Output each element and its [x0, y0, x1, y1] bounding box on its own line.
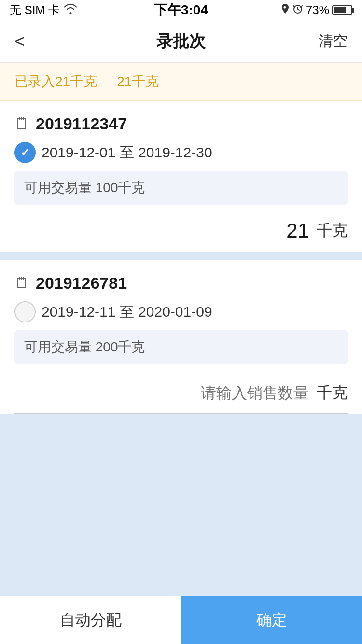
auto-assign-button[interactable]: 自动分配	[0, 596, 181, 644]
item-1-radio[interactable]	[14, 142, 36, 163]
item-2-input-row: 千克	[0, 374, 362, 413]
summary-divider	[107, 75, 107, 88]
clear-button[interactable]: 清空	[319, 31, 348, 51]
item-2-radio[interactable]	[14, 301, 36, 322]
nav-bar: < 录批次 清空	[0, 20, 362, 63]
battery-percent: 73%	[306, 3, 329, 17]
carrier-text: 无 SIM 卡	[10, 2, 60, 18]
item-1-quantity-value: 21	[286, 219, 309, 242]
item-1-header: 🗒 2019112347	[0, 101, 362, 138]
item-1-quantity-row: 21 千克	[0, 214, 362, 252]
item-2-date: 2019-12-11 至 2020-01-09	[42, 302, 212, 322]
battery-icon	[332, 5, 352, 15]
item-2-unit: 千克	[317, 382, 348, 404]
status-time: 下午3:04	[154, 1, 208, 19]
status-left: 无 SIM 卡	[10, 2, 77, 18]
batch-item-2: 🗒 2019126781 2019-12-11 至 2020-01-09 可用交…	[0, 260, 362, 414]
back-button[interactable]: <	[14, 31, 25, 52]
summary-recorded: 已录入21千克	[14, 72, 97, 91]
batch-item-1: 🗒 2019112347 2019-12-01 至 2019-12-30 可用交…	[0, 101, 362, 252]
item-1-date-row[interactable]: 2019-12-01 至 2019-12-30	[0, 138, 362, 169]
item-2-header: 🗒 2019126781	[0, 260, 362, 297]
item-1-availability: 可用交易量 100千克	[14, 171, 348, 205]
section-divider	[0, 252, 362, 260]
quantity-input-2[interactable]	[164, 384, 309, 402]
doc-icon-1: 🗒	[14, 115, 30, 133]
status-right: 73%	[281, 3, 352, 17]
summary-value: 21千克	[117, 72, 159, 91]
status-bar: 无 SIM 卡 下午3:04 73%	[0, 0, 362, 20]
alarm-icon	[292, 3, 303, 17]
doc-icon-2: 🗒	[14, 274, 30, 292]
content-area: 🗒 2019112347 2019-12-01 至 2019-12-30 可用交…	[0, 101, 362, 644]
item-1-date: 2019-12-01 至 2019-12-30	[42, 143, 212, 163]
item-1-id: 2019112347	[36, 114, 127, 133]
page-title: 录批次	[156, 30, 206, 53]
bottom-bar: 自动分配 确定	[0, 596, 362, 644]
item-2-availability: 可用交易量 200千克	[14, 330, 348, 364]
confirm-button[interactable]: 确定	[181, 596, 362, 644]
summary-banner: 已录入21千克 21千克	[0, 63, 362, 101]
item-2-id: 2019126781	[36, 274, 127, 293]
item-2-date-row[interactable]: 2019-12-11 至 2020-01-09	[0, 297, 362, 328]
location-icon	[281, 3, 290, 17]
item-1-quantity-unit: 千克	[317, 220, 348, 241]
wifi-icon	[64, 3, 77, 17]
